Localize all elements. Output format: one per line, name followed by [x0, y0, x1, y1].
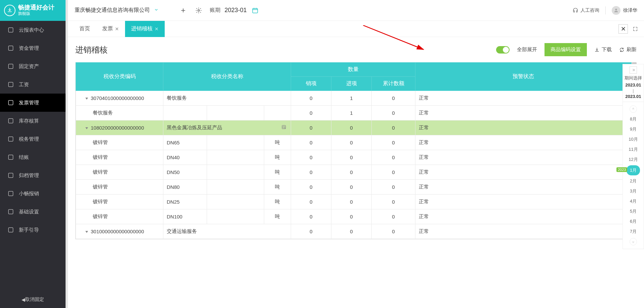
- tabs: 首页发票✕进销稽核✕ ✕: [68, 21, 644, 37]
- user-menu[interactable]: 徐泽华: [612, 6, 637, 15]
- sidebar-icon: [7, 45, 14, 52]
- logo-icon: [4, 5, 15, 16]
- sidebar-item-3[interactable]: 工资: [0, 75, 66, 94]
- th-cumulative: 累计数额: [372, 77, 415, 91]
- month-item[interactable]: 1月2023: [627, 165, 640, 175]
- table-row[interactable]: 镀锌管DN65吨000正常: [76, 135, 632, 150]
- tab-label: 进销稽核: [131, 25, 153, 32]
- table-row[interactable]: 镀锌管DN50吨000正常: [76, 165, 632, 180]
- sidebar-item-label: 税务管理: [19, 136, 39, 142]
- download-button[interactable]: 下载: [594, 46, 612, 53]
- month-item[interactable]: 9月: [623, 124, 644, 134]
- date-range-panel: 期间选择 2023.01 | 2023.01 8月9月10月11月12月1月20…: [622, 64, 644, 249]
- expand-toggle-icon[interactable]: [85, 98, 88, 100]
- sidebar-item-label: 结账: [19, 154, 29, 161]
- month-item[interactable]: 6月: [623, 216, 644, 227]
- sidebar-icon: [7, 172, 14, 179]
- tab-0[interactable]: 首页: [73, 21, 96, 37]
- expand-toggle-icon[interactable]: [85, 231, 88, 233]
- product-code-setting-button[interactable]: 商品编码设置: [545, 43, 587, 56]
- settings-button[interactable]: [194, 5, 204, 15]
- expand-all-toggle[interactable]: [496, 46, 510, 54]
- close-tab-button[interactable]: ✕: [618, 24, 628, 34]
- sidebar-item-10[interactable]: 基础设置: [0, 203, 66, 221]
- svg-point-12: [198, 9, 200, 11]
- sidebar-icon: [7, 136, 14, 142]
- table-row[interactable]: 3070401000000000000餐饮服务010正常: [76, 91, 632, 106]
- svg-rect-0: [8, 28, 13, 32]
- th-qty: 数量: [291, 63, 415, 77]
- calendar-button[interactable]: [250, 5, 260, 15]
- month-item[interactable]: 11月: [623, 144, 644, 155]
- svg-point-17: [283, 126, 285, 128]
- month-item[interactable]: 7月: [623, 227, 644, 237]
- brand-name: 畅捷通好会计: [18, 4, 54, 11]
- expand-toggle-icon[interactable]: [85, 127, 88, 129]
- table-row[interactable]: 镀锌管DN80吨000正常: [76, 180, 632, 195]
- sidebar-item-4[interactable]: 发票管理: [0, 94, 66, 112]
- sidebar-item-5[interactable]: 库存核算: [0, 112, 66, 130]
- sidebar-item-1[interactable]: 资金管理: [0, 39, 66, 57]
- sidebar-resize-handle[interactable]: [66, 0, 68, 308]
- table-row[interactable]: 1080200000000000000黑色金属冶炼及压延产品000正常: [76, 121, 632, 135]
- refresh-icon: [619, 47, 625, 53]
- sidebar-item-7[interactable]: 结账: [0, 148, 66, 166]
- sidebar-item-label: 小畅报销: [19, 191, 39, 197]
- sidebar-icon: [7, 208, 14, 215]
- tab-1[interactable]: 发票✕: [96, 21, 125, 37]
- sidebar-item-label: 工资: [19, 81, 29, 88]
- svg-rect-4: [8, 100, 13, 105]
- content: 进销稽核 全部展开 商品编码设置 下载 刷新: [68, 37, 644, 308]
- svg-rect-11: [8, 228, 13, 232]
- month-item[interactable]: 10月: [623, 134, 644, 144]
- company-name: 重庆畅捷交通信息咨询有限公司: [75, 7, 150, 14]
- table-row[interactable]: 镀锌管DN25吨000正常: [76, 195, 632, 209]
- scroll-up-button[interactable]: [630, 105, 637, 113]
- month-item[interactable]: 12月: [623, 155, 644, 165]
- close-icon[interactable]: ✕: [115, 26, 119, 32]
- month-item[interactable]: 5月: [623, 206, 644, 216]
- refresh-button[interactable]: 刷新: [619, 46, 637, 53]
- headset-icon: [572, 7, 578, 13]
- tab-label: 发票: [102, 25, 113, 32]
- search-icon[interactable]: [281, 125, 287, 132]
- table-row[interactable]: 3010000000000000000交通运输服务000正常: [76, 224, 632, 239]
- month-item[interactable]: 2月: [623, 176, 644, 186]
- divider: [605, 6, 606, 14]
- svg-rect-8: [8, 173, 13, 177]
- table-row[interactable]: 镀锌管DN100吨000正常: [76, 209, 632, 224]
- sidebar-item-9[interactable]: 小畅报销: [0, 184, 66, 203]
- sidebar-item-label: 归档管理: [19, 172, 39, 179]
- sidebar-icon: [7, 27, 14, 33]
- sidebar-item-11[interactable]: 新手引导: [0, 221, 66, 239]
- tab-label: 首页: [79, 25, 90, 32]
- fullscreen-button[interactable]: [632, 26, 639, 32]
- main: 重庆畅捷交通信息咨询有限公司 账期 2023-01 人工咨询: [68, 0, 644, 308]
- sidebar-item-label: 基础设置: [19, 209, 39, 215]
- month-item[interactable]: 8月: [623, 114, 644, 124]
- logo: 畅捷通好会计 旗舰版: [0, 0, 66, 21]
- unpin-button[interactable]: ◀ 取消固定: [0, 291, 66, 308]
- table-row[interactable]: 镀锌管DN40吨000正常: [76, 150, 632, 165]
- collapse-panel-button[interactable]: [630, 66, 637, 74]
- period-label: 账期: [210, 7, 220, 14]
- sidebar-item-0[interactable]: 云报表中心: [0, 21, 66, 39]
- add-button[interactable]: [178, 5, 188, 15]
- svg-rect-7: [8, 155, 13, 159]
- close-icon[interactable]: ✕: [155, 26, 159, 32]
- month-item[interactable]: 3月: [623, 186, 644, 196]
- sidebar-item-6[interactable]: 税务管理: [0, 130, 66, 148]
- company-selector[interactable]: 重庆畅捷交通信息咨询有限公司: [75, 7, 175, 14]
- tab-2[interactable]: 进销稽核✕: [125, 21, 165, 37]
- sidebar-icon: [7, 190, 14, 197]
- th-warning: 预警状态: [415, 63, 632, 91]
- sidebar-item-8[interactable]: 归档管理: [0, 166, 66, 184]
- table-row[interactable]: 餐饮服务010正常: [76, 106, 632, 121]
- th-code: 税收分类编码: [76, 63, 163, 91]
- consult-button[interactable]: 人工咨询: [572, 7, 599, 13]
- svg-rect-13: [253, 8, 258, 13]
- month-item[interactable]: 4月: [623, 196, 644, 206]
- sidebar-item-label: 库存核算: [19, 118, 39, 124]
- sidebar-item-2[interactable]: 固定资产: [0, 57, 66, 75]
- scroll-down-button[interactable]: [630, 238, 637, 245]
